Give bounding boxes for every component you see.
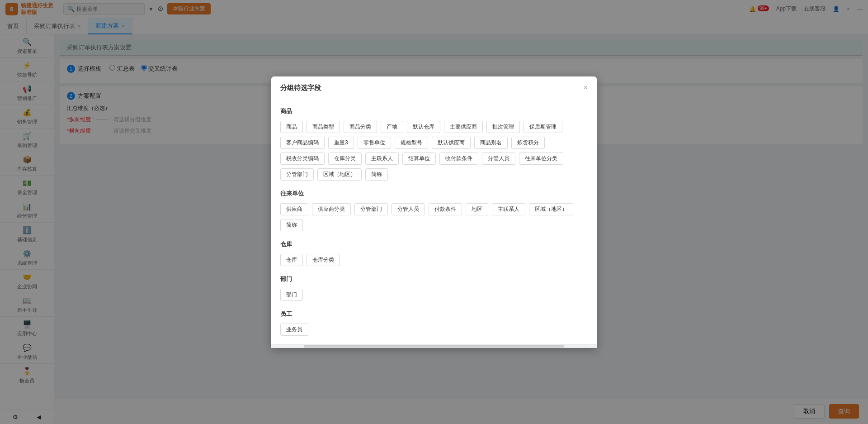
section-title-部门: 部门: [280, 275, 588, 283]
field-grid-往来单位: 供应商供应商分类分管部门分管人员付款条件地区主联系人区域（地区）简称: [280, 203, 588, 231]
field-tag-默认供应商[interactable]: 默认供应商: [432, 137, 471, 149]
field-tag-供应商分类[interactable]: 供应商分类: [312, 203, 351, 215]
field-grid-仓库: 仓库仓库分类: [280, 254, 588, 266]
field-tag-仓库分类[interactable]: 仓库分类: [307, 254, 340, 266]
field-tag-客户商品编码[interactable]: 客户商品编码: [280, 137, 325, 149]
field-tag-主联系人[interactable]: 主联系人: [365, 152, 399, 165]
section-title-往来单位: 往来单位: [280, 190, 588, 198]
field-tag-主要供应商[interactable]: 主要供应商: [444, 121, 483, 133]
field-tag-默认仓库[interactable]: 默认仓库: [407, 121, 440, 133]
field-tag-往来单位分类[interactable]: 往来单位分类: [519, 152, 563, 165]
field-tag-税收分类编码[interactable]: 税收分类编码: [280, 152, 325, 165]
dialog-overlay: 分组待选字段 × 商品商品商品类型商品分类产地默认仓库主要供应商批次管理保质期管…: [0, 0, 868, 424]
field-tag-分管部门[interactable]: 分管部门: [354, 203, 388, 215]
field-grid-员工: 业务员: [280, 324, 588, 336]
field-tag-分管人员[interactable]: 分管人员: [482, 152, 515, 165]
field-tag-部门[interactable]: 部门: [280, 289, 303, 301]
field-tag-收付款条件[interactable]: 收付款条件: [439, 152, 478, 165]
field-tag-零售单位[interactable]: 零售单位: [358, 137, 391, 149]
field-tag-产地[interactable]: 产地: [381, 121, 403, 133]
field-tag-地区[interactable]: 地区: [466, 203, 488, 215]
field-tag-分管人员[interactable]: 分管人员: [392, 203, 425, 215]
field-tag-业务员[interactable]: 业务员: [280, 324, 308, 336]
field-tag-保质期管理[interactable]: 保质期管理: [524, 121, 562, 133]
field-grid-部门: 部门: [280, 289, 588, 301]
field-tag-重量3[interactable]: 重量3: [328, 137, 354, 149]
dialog-close-btn[interactable]: ×: [584, 84, 588, 92]
field-tag-仓库[interactable]: 仓库: [280, 254, 303, 266]
section-title-员工: 员工: [280, 310, 588, 318]
field-tag-区域（地区）[interactable]: 区域（地区）: [529, 203, 573, 215]
dialog-hscrollbar[interactable]: [271, 344, 597, 348]
section-title-仓库: 仓库: [280, 240, 588, 248]
field-tag-商品类型[interactable]: 商品类型: [307, 121, 340, 133]
field-tag-分管部门[interactable]: 分管部门: [280, 168, 314, 181]
field-tag-简称[interactable]: 简称: [365, 168, 388, 181]
field-tag-主联系人[interactable]: 主联系人: [492, 203, 525, 215]
field-tag-商品别名[interactable]: 商品别名: [474, 137, 508, 149]
field-tag-区域（地区）[interactable]: 区域（地区）: [317, 168, 362, 181]
field-tag-仓库分类[interactable]: 仓库分类: [328, 152, 362, 165]
dialog-title: 分组待选字段: [280, 84, 321, 92]
field-tag-简称[interactable]: 简称: [280, 219, 303, 231]
dialog-body: 商品商品商品类型商品分类产地默认仓库主要供应商批次管理保质期管理客户商品编码重量…: [271, 98, 597, 344]
field-tag-付款条件[interactable]: 付款条件: [429, 203, 462, 215]
field-tag-结算单位[interactable]: 结算单位: [402, 152, 436, 165]
field-tag-供应商[interactable]: 供应商: [280, 203, 308, 215]
section-title-商品: 商品: [280, 107, 588, 115]
field-tag-商品分类[interactable]: 商品分类: [344, 121, 377, 133]
dialog-header: 分组待选字段 ×: [271, 76, 597, 98]
field-tag-规格型号[interactable]: 规格型号: [395, 137, 428, 149]
dialog: 分组待选字段 × 商品商品商品类型商品分类产地默认仓库主要供应商批次管理保质期管…: [271, 76, 597, 348]
field-tag-批次管理[interactable]: 批次管理: [486, 121, 520, 133]
field-grid-商品: 商品商品类型商品分类产地默认仓库主要供应商批次管理保质期管理客户商品编码重量3零…: [280, 121, 588, 181]
field-tag-炼货积分[interactable]: 炼货积分: [511, 137, 545, 149]
field-tag-商品[interactable]: 商品: [280, 121, 303, 133]
